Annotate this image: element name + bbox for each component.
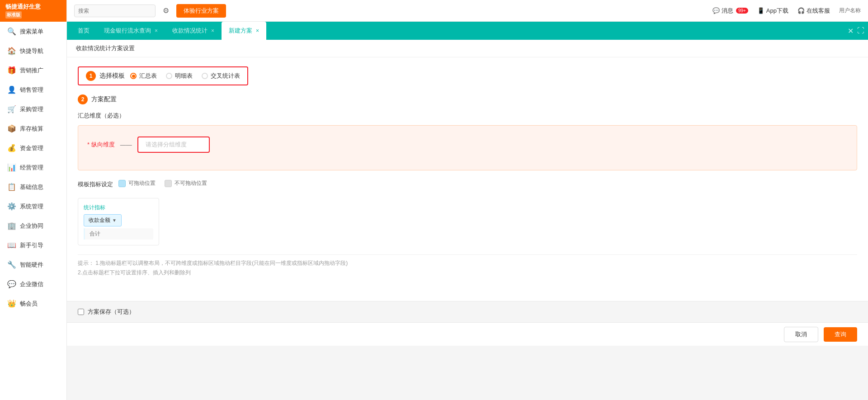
sidebar-item-label: 资金管理: [20, 144, 43, 152]
wrench-icon: 🔧: [7, 260, 16, 269]
save-section: 方案保存（可选）: [67, 301, 868, 322]
sidebar: 畅捷通好生意 标准版 🔍 搜索菜单 🏠 快捷导航 🎁 营销推广 👤 销售管理 🛒…: [0, 0, 67, 400]
sidebar-item-label: 销售管理: [20, 86, 43, 94]
gear-icon: ⚙️: [7, 202, 16, 211]
search-menu-icon: 🔍: [7, 27, 16, 36]
sidebar-item-purchase[interactable]: 🛒 采购管理: [0, 99, 66, 119]
tab-new-plan[interactable]: 新建方案 ×: [222, 22, 266, 40]
legend-draggable: 可拖动位置: [118, 179, 156, 187]
sidebar-item-inventory[interactable]: 📦 库存核算: [0, 119, 66, 138]
sidebar-item-label: 畅会员: [20, 300, 38, 308]
box-icon: 📦: [7, 124, 16, 133]
section2-num: 2: [78, 94, 88, 104]
radio-cross[interactable]: 交叉统计表: [202, 72, 240, 80]
sidebar-item-member[interactable]: 👑 畅会员: [0, 294, 66, 313]
form-container: 1 选择模板 汇总表 明细表: [67, 57, 868, 301]
crown-icon: 👑: [7, 299, 16, 308]
query-button[interactable]: 查询: [824, 327, 857, 342]
sidebar-item-search-menu[interactable]: 🔍 搜索菜单: [0, 22, 66, 41]
hints-section: 提示： 1.拖动标题栏可以调整布局，不可跨维度或指标区域拖动栏目字段(只能在同一…: [78, 254, 857, 283]
cart-icon: 🛒: [7, 105, 16, 113]
legend-fixed-icon: [165, 180, 172, 187]
save-checkbox[interactable]: [78, 309, 84, 315]
cancel-button[interactable]: 取消: [784, 327, 818, 342]
hint2: 2.点击标题栏下拉可设置排序、插入列和删除列: [78, 269, 857, 277]
metrics-legend: 可拖动位置 不可拖动位置: [118, 179, 207, 187]
radio-circle-summary: [130, 73, 137, 79]
sidebar-item-operations[interactable]: 📊 经营管理: [0, 158, 66, 177]
radio-circle-cross: [202, 73, 208, 79]
sidebar-item-label: 新手引导: [20, 241, 43, 249]
dimension-row: 纵向维度 —— 请选择分组维度: [87, 136, 848, 153]
metrics-setting-title: 模板指标设定: [78, 180, 113, 188]
download-button[interactable]: 📱 App下载: [757, 7, 788, 15]
sidebar-item-label: 库存核算: [20, 125, 43, 133]
tab-cash-bank[interactable]: 现金银行流水查询 ×: [97, 22, 165, 40]
template-radio-group: 汇总表 明细表 交叉统计表: [130, 72, 240, 80]
radio-detail[interactable]: 明细表: [166, 72, 193, 80]
arrow-icon: ——: [120, 141, 132, 148]
sidebar-item-label: 企业协同: [20, 222, 43, 230]
tab-close-cash-bank[interactable]: ×: [155, 28, 158, 34]
legend-fixed: 不可拖动位置: [165, 179, 207, 187]
page-title: 收款情况统计方案设置: [76, 45, 135, 52]
content-area: 收款情况统计方案设置 1 选择模板 汇总表: [67, 40, 868, 400]
message-icon: 💬: [712, 7, 720, 14]
service-button[interactable]: 🎧 在线客服: [797, 7, 830, 15]
sidebar-item-label: 营销推广: [20, 66, 43, 75]
tab-collection-stats[interactable]: 收款情况统计 ×: [165, 22, 222, 40]
topbar-right: 💬 消息 99+ 📱 App下载 🎧 在线客服 用户名称: [712, 7, 861, 15]
settings-icon[interactable]: ⚙: [163, 6, 169, 15]
radio-summary[interactable]: 汇总表: [130, 72, 157, 80]
user-info[interactable]: 用户名称: [839, 7, 861, 14]
tabbar-right-controls: ✕ ⛶: [848, 27, 864, 35]
metrics-section: 模板指标设定 可拖动位置 不可拖动位置: [78, 179, 857, 245]
trial-button[interactable]: 体验行业方案: [176, 4, 226, 18]
app-logo: 畅捷通好生意 标准版: [0, 0, 66, 22]
radio-circle-detail: [166, 73, 172, 79]
sidebar-item-label: 搜索菜单: [20, 28, 43, 36]
section-template: 1 选择模板 汇总表 明细表: [78, 66, 857, 85]
section2-header: 2 方案配置: [78, 94, 857, 104]
footer-bar: 取消 查询: [67, 322, 868, 346]
summary-dimension-container: 汇总维度（必选） 纵向维度 —— 请选择分组维度: [78, 112, 857, 170]
sidebar-item-smart-hw[interactable]: 🔧 智能硬件: [0, 255, 66, 274]
book-icon: 📖: [7, 241, 16, 249]
legend-draggable-icon: [118, 180, 126, 187]
sidebar-item-enterprise[interactable]: 🏢 企业协同: [0, 216, 66, 235]
amount-tag[interactable]: 收款金额 ▼: [84, 214, 122, 226]
home-icon: 🏠: [7, 47, 16, 55]
expand-icon[interactable]: ⛶: [857, 27, 864, 35]
edition-badge: 标准版: [5, 11, 22, 19]
sidebar-item-label: 采购管理: [20, 105, 43, 113]
sidebar-item-label: 快捷导航: [20, 47, 43, 55]
tab-close-new-plan[interactable]: ×: [256, 28, 259, 34]
tabbar: 首页 现金银行流水查询 × 收款情况统计 × 新建方案 × ✕ ⛶: [67, 22, 868, 40]
dimension-selector[interactable]: 请选择分组维度: [137, 136, 210, 153]
sidebar-item-sales[interactable]: 👤 销售管理: [0, 80, 66, 99]
tab-close-collection-stats[interactable]: ×: [211, 28, 214, 34]
search-input[interactable]: [74, 5, 156, 17]
sidebar-item-label: 企业微信: [20, 280, 43, 288]
dimension-area: 纵向维度 —— 请选择分组维度: [78, 125, 857, 170]
section1-title: 选择模板: [99, 72, 125, 80]
sidebar-item-quick-nav[interactable]: 🏠 快捷导航: [0, 41, 66, 61]
sidebar-item-wechat[interactable]: 💬 企业微信: [0, 274, 66, 294]
sidebar-item-label: 基础信息: [20, 183, 43, 191]
section1-header: 1 选择模板: [86, 71, 125, 81]
message-badge: 99+: [736, 8, 748, 14]
message-button[interactable]: 💬 消息 99+: [712, 7, 748, 15]
tab-home[interactable]: 首页: [71, 22, 97, 40]
hint1: 提示： 1.拖动标题栏可以调整布局，不可跨维度或指标区域拖动栏目字段(只能在同一…: [78, 259, 857, 267]
sidebar-item-newbie[interactable]: 📖 新手引导: [0, 235, 66, 255]
money-icon: 💰: [7, 144, 16, 152]
sidebar-item-system[interactable]: ⚙️ 系统管理: [0, 197, 66, 216]
sidebar-item-finance[interactable]: 💰 资金管理: [0, 138, 66, 158]
sidebar-item-label: 经营管理: [20, 164, 43, 172]
chart-icon: 📊: [7, 163, 16, 172]
sidebar-item-marketing[interactable]: 🎁 营销推广: [0, 61, 66, 80]
sidebar-item-base-info[interactable]: 📋 基础信息: [0, 177, 66, 197]
user-icon: 👤: [7, 85, 16, 94]
close-all-icon[interactable]: ✕: [848, 27, 854, 35]
building-icon: 🏢: [7, 221, 16, 230]
